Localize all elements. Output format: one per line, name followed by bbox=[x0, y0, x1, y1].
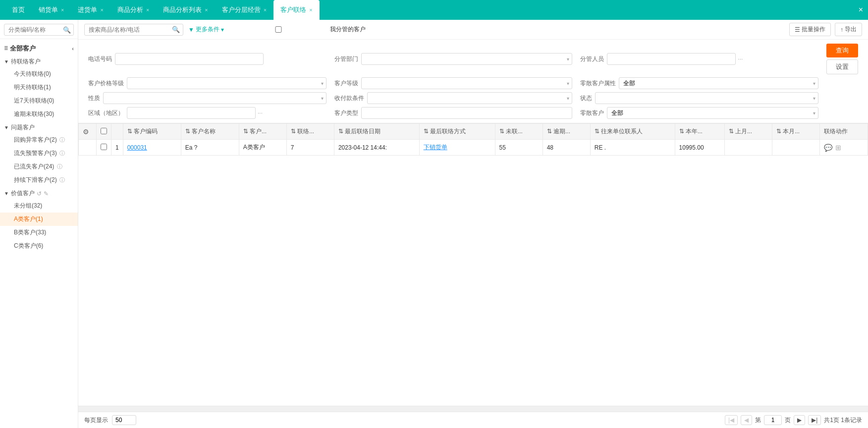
col-this-month-header[interactable]: ⇅ 本月... bbox=[772, 124, 819, 140]
select-all-checkbox[interactable] bbox=[101, 128, 107, 134]
col-contacts-header[interactable]: ⇅ 往来单位联系人 bbox=[590, 124, 675, 140]
filter-cell-region: 区域（地区） ··· bbox=[84, 107, 330, 119]
column-settings-button[interactable]: ⚙ bbox=[83, 128, 89, 136]
row-checkbox[interactable] bbox=[101, 144, 107, 150]
info-icon: ⓘ bbox=[59, 137, 65, 143]
col-last-date-header[interactable]: ⇅ 最后联络日期 bbox=[334, 124, 419, 140]
query-button[interactable]: 查询 bbox=[826, 44, 858, 57]
info-icon: ⓘ bbox=[59, 150, 65, 156]
close-icon[interactable]: × bbox=[100, 7, 103, 13]
pending-contact-section[interactable]: ▼ 待联络客户 bbox=[0, 55, 78, 67]
prev-page-button[interactable]: ◀ bbox=[741, 415, 752, 425]
close-icon[interactable]: × bbox=[205, 7, 208, 13]
message-icon[interactable]: 💬 bbox=[824, 144, 832, 152]
customer-type-select[interactable] bbox=[361, 107, 573, 119]
col-last-month-header[interactable]: ⇅ 上月... bbox=[724, 124, 772, 140]
retail-select[interactable]: 全部 bbox=[607, 107, 818, 119]
settings-button[interactable]: 设置 bbox=[826, 59, 858, 74]
sidebar-item-repurchase-abnormal[interactable]: 回购异常客户(2) ⓘ bbox=[0, 133, 78, 147]
more-icon[interactable]: ··· bbox=[258, 109, 263, 116]
col-not-contact-header[interactable]: ⇅ 未联... bbox=[495, 124, 542, 140]
customer-code-link[interactable]: 000031 bbox=[127, 144, 147, 151]
retail-attr-select[interactable]: 全部 bbox=[619, 77, 818, 89]
footer-right: |◀ ◀ 第 页 ▶ ▶| 共1页 1条记录 bbox=[725, 415, 862, 425]
problem-customers-section[interactable]: ▼ 问题客户 bbox=[0, 121, 78, 133]
edit-icon[interactable]: ✎ bbox=[44, 190, 49, 197]
sidebar-item-churned[interactable]: 已流失客户(24) ⓘ bbox=[0, 160, 78, 173]
cell-contact: 7 bbox=[286, 140, 334, 156]
payment-select[interactable] bbox=[367, 92, 573, 104]
nav-customer-contact[interactable]: 客户联络 × bbox=[273, 0, 319, 20]
nav-home[interactable]: 首页 bbox=[5, 0, 32, 20]
batch-operation-button[interactable]: ☰ 批量操作 bbox=[789, 23, 831, 36]
col-code-header[interactable]: ⇅ 客户编码 bbox=[123, 124, 181, 140]
col-last-method-header[interactable]: ⇅ 最后联络方式 bbox=[419, 124, 495, 140]
col-this-year-header[interactable]: ⇅ 本年... bbox=[675, 124, 724, 140]
retail-attr-select-wrap: 全部 ▾ bbox=[619, 77, 818, 89]
close-icon[interactable]: × bbox=[264, 7, 267, 13]
region-input[interactable] bbox=[127, 107, 256, 119]
price-level-select-wrap: ▾ bbox=[127, 77, 326, 89]
sort-icon: ⇅ bbox=[185, 128, 190, 135]
col-overdue-header[interactable]: ⇅ 逾期... bbox=[542, 124, 590, 140]
nav-sales-order[interactable]: 销货单 × bbox=[32, 0, 71, 20]
sidebar-item-overdue[interactable]: 逾期未联络(30) bbox=[0, 107, 78, 121]
status-select[interactable] bbox=[595, 92, 818, 104]
phone-input[interactable] bbox=[115, 53, 264, 65]
dept-select[interactable] bbox=[361, 53, 573, 65]
sidebar-item-ungrouped[interactable]: 未分组(32) bbox=[0, 199, 78, 213]
col-name-header[interactable]: ⇅ 客户名称 bbox=[181, 124, 239, 140]
search-icon[interactable]: 🔍 bbox=[172, 26, 180, 33]
qr-icon[interactable]: ⊞ bbox=[835, 144, 841, 152]
my-customers-checkbox[interactable] bbox=[229, 26, 328, 33]
sidebar-item-class-a[interactable]: A类客户(1) bbox=[0, 213, 78, 226]
nav-product-analysis[interactable]: 商品分析 × bbox=[110, 0, 156, 20]
filter-cell-dept: 分管部门 ▾ bbox=[330, 53, 577, 65]
all-customers-header[interactable]: ⠿ 全部客户 ‹ bbox=[0, 41, 78, 55]
sidebar-item-tomorrow[interactable]: 明天待联络(1) bbox=[0, 81, 78, 94]
nav-purchase-order[interactable]: 进货单 × bbox=[71, 0, 110, 20]
table-area: ⚙ ⇅ 客户编码 ⇅ 客户名称 bbox=[78, 123, 868, 406]
export-icon: ↑ bbox=[840, 26, 843, 33]
sidebar-item-today[interactable]: 今天待联络(0) bbox=[0, 67, 78, 81]
sort-icon: ⇅ bbox=[499, 128, 504, 135]
sidebar-item-7days[interactable]: 近7天待联络(0) bbox=[0, 94, 78, 107]
table-footer: 每页显示 50 100 200 |◀ ◀ 第 页 ▶ ▶| 共1页 1条记录 bbox=[78, 412, 868, 428]
customer-level-select[interactable] bbox=[361, 77, 573, 89]
more-icon[interactable]: ··· bbox=[738, 55, 743, 62]
close-icon[interactable]: × bbox=[309, 7, 312, 13]
cell-checkbox bbox=[97, 140, 111, 156]
collapse-icon[interactable]: ‹ bbox=[72, 46, 74, 52]
export-button[interactable]: ↑ 导出 bbox=[835, 23, 862, 36]
col-contact-header[interactable]: ⇅ 联络... bbox=[286, 124, 334, 140]
filter-cell-person: 分管人员 ··· bbox=[576, 53, 822, 65]
sidebar-item-class-c[interactable]: C类客户(6) bbox=[0, 239, 78, 253]
nav-customer-segment[interactable]: 客户分层经营 × bbox=[215, 0, 273, 20]
close-icon[interactable]: × bbox=[146, 7, 149, 13]
page-size-select[interactable]: 50 100 200 bbox=[112, 415, 136, 425]
refresh-icon[interactable]: ↺ bbox=[37, 190, 42, 197]
sidebar-item-class-b[interactable]: B类客户(33) bbox=[0, 226, 78, 239]
person-input[interactable] bbox=[607, 53, 736, 65]
my-customers-filter[interactable]: 我分管的客户 bbox=[229, 25, 366, 34]
more-filters-button[interactable]: ▼ 更多条件 ▾ bbox=[188, 25, 224, 34]
col-level-header[interactable]: ⇅ 客户... bbox=[239, 124, 286, 140]
nav-product-analysis-list[interactable]: 商品分析列表 × bbox=[156, 0, 215, 20]
horizontal-scrollbar[interactable] bbox=[78, 406, 868, 412]
next-page-button[interactable]: ▶ bbox=[794, 415, 805, 425]
last-method-link[interactable]: 下销货单 bbox=[424, 144, 447, 151]
first-page-button[interactable]: |◀ bbox=[725, 415, 738, 425]
last-page-button[interactable]: ▶| bbox=[808, 415, 821, 425]
close-icon[interactable]: × bbox=[61, 7, 64, 13]
sidebar-item-churn-warning[interactable]: 流失预警客户(3) ⓘ bbox=[0, 147, 78, 160]
cell-level: A类客户 bbox=[239, 140, 286, 156]
nature-select[interactable] bbox=[103, 92, 326, 104]
search-input[interactable] bbox=[84, 24, 183, 36]
page-number-input[interactable] bbox=[764, 415, 782, 425]
global-close-button[interactable]: × bbox=[859, 5, 863, 14]
cell-name: Ea ? bbox=[181, 140, 239, 156]
sidebar-item-declining[interactable]: 持续下滑客户(2) ⓘ bbox=[0, 173, 78, 187]
value-customers-section[interactable]: ▼ 价值客户 ↺ ✎ bbox=[0, 187, 78, 199]
col-settings: ⚙ bbox=[79, 124, 97, 140]
price-level-select[interactable] bbox=[127, 77, 326, 89]
